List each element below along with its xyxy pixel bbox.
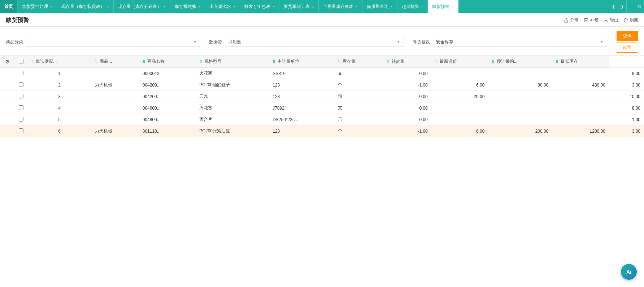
row-stock: 0.00 bbox=[383, 91, 431, 102]
settings-button[interactable]: 设置 bbox=[616, 43, 638, 53]
sort-icon-est: ⇅ bbox=[492, 59, 495, 63]
header-actions: 分享 补货 导出 刷新 bbox=[564, 17, 638, 23]
tab-overstock-close[interactable]: × bbox=[421, 5, 423, 9]
tab-available[interactable]: 可用量库存账本 × bbox=[319, 0, 362, 13]
row-checkbox[interactable] bbox=[19, 117, 23, 122]
tab-inventory-dist[interactable]: 现存量（库存分布表） × bbox=[114, 0, 170, 13]
th-estimated-purchase[interactable]: ⇅ 预计采购... bbox=[488, 56, 552, 68]
row-check-cell[interactable] bbox=[14, 79, 27, 91]
tab-flow-close[interactable]: × bbox=[233, 5, 235, 9]
tab-inventory-status-close[interactable]: × bbox=[107, 5, 109, 9]
row-gear-cell[interactable] bbox=[0, 125, 14, 137]
tab-inventory-status-label: 现存量（库存状况表） bbox=[61, 4, 105, 10]
refresh-button[interactable]: 刷新 bbox=[623, 17, 638, 23]
tab-order-stat-close[interactable]: × bbox=[312, 5, 314, 9]
table-row: 6 力天机械 801110... PC200张紧油缸 123 个 -1.00 6… bbox=[0, 125, 644, 137]
th-unit[interactable]: ⇅ 主计量单位 bbox=[269, 56, 334, 68]
tab-maximize-btn[interactable]: □ bbox=[635, 0, 644, 13]
tab-flow[interactable]: 出入库流水 × bbox=[205, 0, 240, 13]
tab-next-btn[interactable]: ❯ bbox=[618, 0, 627, 13]
replenish-base-filter-group: 补货基数 安全库存 ▼ bbox=[413, 37, 607, 47]
th-stock-label: 库存量 bbox=[343, 59, 356, 64]
row-checkbox[interactable] bbox=[19, 128, 23, 133]
row-gear-cell[interactable] bbox=[0, 68, 14, 79]
tab-available-label: 可用量库存账本 bbox=[323, 4, 353, 10]
tab-shortage-close[interactable]: × bbox=[452, 5, 454, 9]
row-supplier bbox=[91, 102, 139, 114]
row-gear-cell[interactable] bbox=[0, 102, 14, 114]
tab-expiry[interactable]: 保质期查询 × bbox=[362, 0, 397, 13]
row-gear-cell[interactable] bbox=[0, 114, 14, 125]
query-button[interactable]: 查询 bbox=[617, 31, 638, 41]
row-checkbox[interactable] bbox=[19, 71, 23, 75]
row-name: PC200油缸缸子 bbox=[196, 79, 269, 91]
replenish-icon bbox=[584, 18, 588, 23]
th-gear[interactable]: ⚙ bbox=[0, 56, 14, 68]
row-check-cell[interactable] bbox=[14, 114, 27, 125]
tab-available-close[interactable]: × bbox=[356, 5, 358, 9]
row-gear-cell[interactable] bbox=[0, 79, 14, 91]
tab-expiry-close[interactable]: × bbox=[391, 5, 393, 9]
tab-home-label: 首页 bbox=[4, 4, 13, 10]
share-label: 分享 bbox=[570, 17, 579, 23]
export-button[interactable]: 导出 bbox=[604, 17, 618, 23]
th-code-label: 商品... bbox=[100, 59, 112, 64]
tab-batch[interactable]: 库存批次账 × bbox=[170, 0, 205, 13]
row-latest-price: 200.00 bbox=[488, 125, 552, 137]
ai-badge[interactable]: Ai bbox=[621, 264, 637, 280]
tab-home[interactable]: 首页 bbox=[0, 0, 18, 13]
tab-prev-btn[interactable]: ❮ bbox=[609, 0, 618, 13]
row-check-cell[interactable] bbox=[14, 102, 27, 114]
row-checkbox[interactable] bbox=[19, 94, 23, 98]
th-product-code[interactable]: ⇅ 商品... bbox=[91, 56, 139, 68]
tab-refine[interactable]: 炼货异常处理 × bbox=[18, 0, 57, 13]
share-button[interactable]: 分享 bbox=[564, 17, 579, 23]
sort-icon-replenish: ⇅ bbox=[386, 59, 389, 63]
tab-minimize-btn[interactable]: – bbox=[627, 0, 635, 13]
th-stock[interactable]: ⇅ 库存量 bbox=[334, 56, 383, 68]
row-unit: 支 bbox=[334, 102, 383, 114]
replenish-button[interactable]: 补货 bbox=[584, 17, 599, 23]
page-content: 缺货预警 分享 补货 导出 刷新 商品分类 bbox=[0, 13, 644, 287]
tab-refine-close[interactable]: × bbox=[50, 5, 52, 9]
select-all-checkbox[interactable] bbox=[19, 59, 23, 63]
row-estimated-purchase bbox=[552, 102, 609, 114]
th-replenish[interactable]: ⇅ 补货量 bbox=[383, 56, 431, 68]
sort-icon-name: ⇅ bbox=[143, 59, 145, 63]
tab-bar: 首页 炼货异常处理 × 现存量（库存状况表） × 现存量（库存分布表） × 库存… bbox=[0, 0, 644, 13]
tab-summary-close[interactable]: × bbox=[273, 5, 275, 9]
th-product-name[interactable]: ⇅ 商品名称 bbox=[139, 56, 196, 68]
th-spec[interactable]: ⇅ 规格型号 bbox=[196, 56, 269, 68]
th-min-stock[interactable]: ⇅ 最低库存 bbox=[552, 56, 609, 68]
th-latest-price[interactable]: ⇅ 最新进价 bbox=[431, 56, 488, 68]
row-check-cell[interactable] bbox=[14, 125, 27, 137]
page-header: 缺货预警 分享 补货 导出 刷新 bbox=[0, 13, 644, 27]
tab-shortage[interactable]: 缺货预警 × bbox=[428, 0, 458, 13]
tab-inventory-status[interactable]: 现存量（库存状况表） × bbox=[57, 0, 114, 13]
row-gear-cell[interactable] bbox=[0, 91, 14, 102]
tab-batch-close[interactable]: × bbox=[199, 5, 201, 9]
tab-summary-label: 收发存汇总表 bbox=[244, 4, 270, 10]
row-latest-price bbox=[488, 114, 552, 125]
tab-overstock[interactable]: 超储预警 × bbox=[397, 0, 428, 13]
replenish-base-select[interactable]: 安全库存 ▼ bbox=[433, 37, 607, 47]
th-default-supplier[interactable]: ⇅ 默认供应... bbox=[27, 56, 91, 68]
tab-summary[interactable]: 收发存汇总表 × bbox=[240, 0, 279, 13]
row-spec: 123 bbox=[269, 125, 334, 137]
table-header-row: ⚙ ⇅ 默认供应... ⇅ 商品... ⇅ 商品名称 bbox=[0, 56, 644, 68]
tab-order-stat[interactable]: 要货单统计表 × bbox=[279, 0, 319, 13]
export-icon bbox=[604, 18, 608, 23]
row-num: 1 bbox=[27, 68, 91, 79]
data-table: ⚙ ⇅ 默认供应... ⇅ 商品... ⇅ 商品名称 bbox=[0, 55, 644, 137]
row-spec: SS816 bbox=[269, 68, 334, 79]
tab-inventory-dist-label: 现存量（库存分布表） bbox=[118, 4, 161, 10]
row-check-cell[interactable] bbox=[14, 91, 27, 102]
row-checkbox[interactable] bbox=[19, 105, 23, 110]
th-check[interactable] bbox=[14, 56, 27, 68]
datasource-select[interactable]: 可用量 ▼ bbox=[225, 37, 404, 47]
row-check-cell[interactable] bbox=[14, 68, 27, 79]
category-select[interactable]: ▼ bbox=[26, 37, 200, 47]
row-checkbox[interactable] bbox=[19, 82, 23, 87]
row-replenish: 6.00 bbox=[431, 125, 488, 137]
tab-inventory-dist-close[interactable]: × bbox=[164, 5, 166, 9]
